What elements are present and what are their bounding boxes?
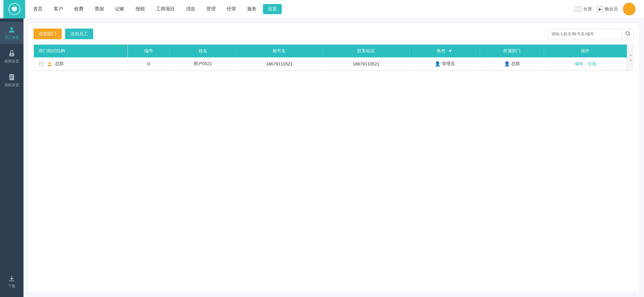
main-content: 添加部门 添加员工 部门组织结构 [23,18,644,297]
dept-panel-header: 部门组织结构 [34,45,127,57]
cell-actions: 编辑 交接 [544,57,627,70]
logo [3,0,25,18]
scroll-down-btn[interactable]: ▼ [628,58,634,63]
cell-name: 用户0521 [170,57,236,70]
svg-point-2 [10,27,13,30]
report-icon [8,73,15,81]
user-avatar[interactable] [623,3,636,15]
nav-operations[interactable]: 经营 [222,4,241,14]
sidebar-download-label: 下载 [8,284,15,289]
dept-item-general[interactable]: 总部 [34,57,127,70]
svg-point-15 [49,62,51,64]
col-account: 账号名 [236,45,323,57]
nav-home[interactable]: 首页 [29,4,47,14]
filter-icon: ▼ [448,48,452,53]
fullscreen-label: 全屏 [583,6,592,12]
vip-icon: ▶ [597,6,603,12]
search-button[interactable] [622,29,634,39]
scroll-indicator: ▲ ▼ [627,44,634,71]
nav-tax[interactable]: 报税 [131,4,150,14]
role-label: 管理员 [442,61,455,67]
col-dept: 所属部门 [480,45,544,57]
lock-icon [8,50,15,57]
nav-billing[interactable]: 收费 [69,4,88,14]
col-name: 姓名 [170,45,236,57]
nav-business[interactable]: 工商项目 [151,4,179,14]
col-phone: 联系电话 [323,45,410,57]
dept-user-icon: 👤 [504,61,510,66]
scroll-up-btn[interactable]: ▲ [628,52,634,58]
sidebar-item-employee-label: 员工设置 [4,35,19,40]
nav-right-area: ⛶ 全屏 ▶ 畅会员 [575,3,641,15]
cell-dept: 👤 总部 [480,57,544,70]
nav-services[interactable]: 服务 [243,4,261,14]
nav-menu: 首页 客户 收费 票据 记账 报税 工商项目 消息 管理 经营 服务 设置 [29,4,575,14]
table-layout: 部门组织结构 总部 [34,44,634,71]
col-actions: 操作 [544,45,627,57]
dept-panel: 部门组织结构 总部 [34,44,127,71]
cell-id: 0 [128,57,170,70]
add-dept-button[interactable]: 添加部门 [34,29,62,39]
dept-label: 总部 [511,61,520,67]
svg-point-1 [627,6,631,10]
nav-settings[interactable]: 设置 [263,4,282,14]
sidebar-bottom: 下载 [0,271,23,297]
search-input[interactable] [548,30,622,38]
svg-point-4 [11,54,12,55]
action-交接[interactable]: 交接 [588,61,596,66]
cell-role: 👤 管理员 [410,57,480,70]
download-icon [8,275,15,282]
cell-account: 18679110521 [236,57,323,70]
svg-line-11 [629,35,630,36]
top-navigation: 首页 客户 收费 票据 记账 报税 工商项目 消息 管理 经营 服务 设置 ⛶ … [0,0,644,18]
col-role: 角色 ▼ [410,45,480,57]
nav-management[interactable]: 管理 [202,4,220,14]
cell-phone: 18679110521 [323,57,410,70]
nav-messages[interactable]: 消息 [181,4,200,14]
toolbar: 添加部门 添加员工 [34,29,634,39]
main-layout: 员工设置 权限设置 报税设置 [0,18,644,297]
sidebar-item-permissions-label: 权限设置 [4,59,19,64]
sidebar-download[interactable]: 下载 [0,271,23,292]
dept-item-general-label: 总部 [55,61,64,67]
content-area: 添加部门 添加员工 部门组织结构 [29,23,639,292]
sidebar-item-tax-settings[interactable]: 报税设置 [0,69,23,92]
nav-customer[interactable]: 客户 [49,4,68,14]
file-icon [39,61,44,66]
nav-invoice[interactable]: 票据 [90,4,109,14]
nav-accounting[interactable]: 记账 [110,4,129,14]
search-box [548,29,634,39]
vip-label: 畅会员 [605,6,618,12]
table-row: 0 用户0521 18679110521 18679110521 👤 管理员 👤… [128,57,627,70]
fullscreen-icon: ⛶ [575,6,582,12]
add-employee-button[interactable]: 添加员工 [65,29,93,39]
fullscreen-btn[interactable]: ⛶ 全屏 [575,6,592,12]
search-icon [626,31,630,36]
col-id: 编号 [128,45,170,57]
sidebar-item-tax-settings-label: 报税设置 [4,83,19,88]
vip-btn[interactable]: ▶ 畅会员 [597,6,618,12]
sidebar: 员工设置 权限设置 报税设置 [0,18,23,297]
sidebar-item-permissions[interactable]: 权限设置 [0,46,23,68]
action-编辑[interactable]: 编辑 [575,61,583,66]
employee-table: 编号 姓名 账号名 联系电话 角色 ▼ 所属部门 操作 [127,44,627,71]
person-icon [8,26,15,33]
sidebar-item-employee[interactable]: 员工设置 [0,22,23,44]
user-group-icon [47,61,52,66]
role-user-icon: 👤 [435,61,440,66]
